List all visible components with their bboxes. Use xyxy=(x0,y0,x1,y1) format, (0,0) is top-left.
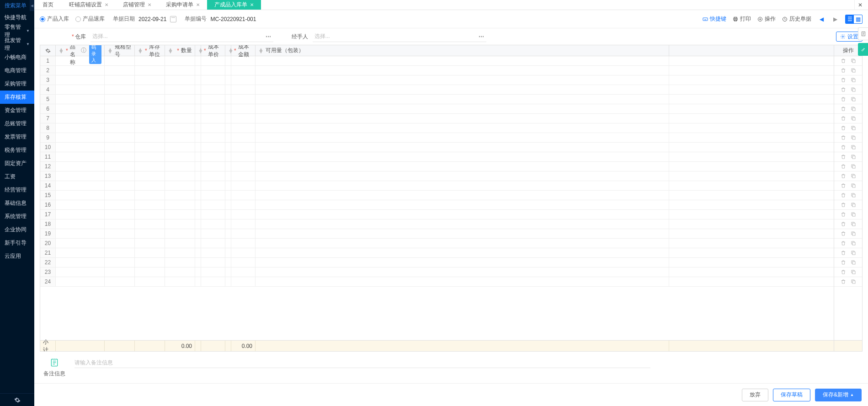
delete-icon[interactable] xyxy=(841,260,846,265)
sidebar-item[interactable]: 电商管理 xyxy=(0,64,34,77)
table-row[interactable]: 13 xyxy=(40,171,834,181)
table-row[interactable]: 21 xyxy=(40,248,834,258)
table-row[interactable]: 4 xyxy=(40,85,834,95)
copy-icon[interactable] xyxy=(851,279,856,284)
print-button[interactable]: 打印 xyxy=(733,15,751,23)
sidebar-item[interactable]: 新手引导 xyxy=(0,236,34,250)
doc-date-field[interactable]: 单据日期 2022-09-21 xyxy=(113,15,176,23)
delete-icon[interactable] xyxy=(841,106,846,112)
shortcut-button[interactable]: 快捷键 xyxy=(703,15,726,23)
copy-icon[interactable] xyxy=(851,221,856,227)
copy-icon[interactable] xyxy=(851,164,856,169)
delete-icon[interactable] xyxy=(841,125,846,131)
delete-icon[interactable] xyxy=(841,269,846,275)
delete-icon[interactable] xyxy=(841,68,846,73)
delete-icon[interactable] xyxy=(841,58,846,64)
sidebar-item[interactable]: 税务管理 xyxy=(0,144,34,157)
more-icon[interactable]: ⋯ xyxy=(266,33,272,40)
delete-icon[interactable] xyxy=(841,154,846,160)
copy-icon[interactable] xyxy=(851,250,856,256)
delete-icon[interactable] xyxy=(841,212,846,217)
delete-icon[interactable] xyxy=(841,202,846,208)
table-row[interactable]: 22 xyxy=(40,258,834,267)
table-row[interactable]: 1 xyxy=(40,56,834,66)
table-row[interactable]: 17 xyxy=(40,210,834,219)
radio-product-return[interactable]: 产品退库 xyxy=(75,15,105,23)
copy-icon[interactable] xyxy=(851,154,856,160)
history-button[interactable]: 历史单据 xyxy=(782,15,811,23)
table-row[interactable]: 11 xyxy=(40,152,834,162)
copy-icon[interactable] xyxy=(851,68,856,73)
sidebar-item[interactable]: 云应用 xyxy=(0,250,34,263)
col-spec[interactable]: ▲▼规格型号 xyxy=(105,45,135,56)
delete-icon[interactable] xyxy=(841,87,846,92)
sidebar-collapse-icon[interactable]: ◀ xyxy=(30,0,34,11)
delete-icon[interactable] xyxy=(841,183,846,188)
sidebar-search[interactable]: 搜索菜单 ◀ xyxy=(0,0,34,11)
close-icon[interactable]: ✕ xyxy=(148,2,151,7)
delete-icon[interactable] xyxy=(841,192,846,198)
sidebar-item[interactable]: 发票管理 xyxy=(0,130,34,144)
close-icon[interactable]: ✕ xyxy=(196,2,200,7)
table-row[interactable]: 8 xyxy=(40,123,834,133)
copy-icon[interactable] xyxy=(851,116,856,121)
sidebar-item[interactable]: 批发管理▼ xyxy=(0,37,34,51)
sidebar-item[interactable]: 系统管理 xyxy=(0,210,34,223)
delete-icon[interactable] xyxy=(841,231,846,236)
rail-doc-button[interactable] xyxy=(858,27,868,40)
table-row[interactable]: 19 xyxy=(40,229,834,239)
delete-icon[interactable] xyxy=(841,77,846,83)
table-row[interactable]: 2 xyxy=(40,66,834,75)
rail-tool-button[interactable] xyxy=(858,43,868,56)
table-row[interactable]: 12 xyxy=(40,162,834,171)
table-row[interactable]: 3 xyxy=(40,75,834,85)
close-icon[interactable]: ✕ xyxy=(250,2,254,7)
copy-icon[interactable] xyxy=(851,202,856,208)
sidebar-item[interactable]: 资金管理 xyxy=(0,104,34,117)
table-row[interactable]: 14 xyxy=(40,181,834,191)
sidebar-item[interactable]: 小畅电商 xyxy=(0,51,34,64)
tab[interactable]: 采购申请单✕ xyxy=(159,0,207,10)
copy-icon[interactable] xyxy=(851,106,856,112)
table-row[interactable]: 23 xyxy=(40,267,834,277)
copy-icon[interactable] xyxy=(851,192,856,198)
delete-icon[interactable] xyxy=(841,144,846,150)
copy-icon[interactable] xyxy=(851,212,856,217)
delete-icon[interactable] xyxy=(841,279,846,284)
col-qty[interactable]: ▲▼*数量 xyxy=(165,45,195,56)
table-row[interactable]: 6 xyxy=(40,104,834,114)
copy-icon[interactable] xyxy=(851,144,856,150)
discard-button[interactable]: 放弃 xyxy=(742,389,768,401)
delete-icon[interactable] xyxy=(841,240,846,246)
remark-input[interactable] xyxy=(75,357,650,368)
calendar-icon[interactable] xyxy=(170,16,176,22)
delete-icon[interactable] xyxy=(841,96,846,102)
tab[interactable]: 产成品入库单✕ xyxy=(207,0,261,10)
copy-icon[interactable] xyxy=(851,231,856,236)
handler-select[interactable]: 选择...⋯ xyxy=(313,31,486,42)
sidebar-item[interactable]: 经营管理 xyxy=(0,183,34,197)
copy-icon[interactable] xyxy=(851,125,856,131)
delete-icon[interactable] xyxy=(841,116,846,121)
copy-icon[interactable] xyxy=(851,87,856,92)
prev-doc-button[interactable]: ◀ xyxy=(818,16,825,23)
delete-icon[interactable] xyxy=(841,250,846,256)
col-unitprice[interactable]: *成本单价 xyxy=(201,45,225,56)
copy-icon[interactable] xyxy=(851,77,856,83)
table-row[interactable]: 24 xyxy=(40,277,834,287)
table-row[interactable]: 18 xyxy=(40,219,834,229)
save-and-new-button[interactable]: 保存&新增▲ xyxy=(815,389,862,401)
save-draft-button[interactable]: 保存草稿 xyxy=(773,389,810,401)
delete-icon[interactable] xyxy=(841,164,846,169)
col-avail[interactable]: ▲▼可用量（包装） xyxy=(256,45,669,56)
col-unit[interactable]: ▲▼*库存单位 xyxy=(135,45,165,56)
close-icon[interactable]: ✕ xyxy=(105,2,108,7)
sidebar-item[interactable]: 基础信息 xyxy=(0,197,34,210)
delete-icon[interactable] xyxy=(841,173,846,179)
delete-icon[interactable] xyxy=(841,221,846,227)
tab[interactable]: 首页 xyxy=(34,0,62,10)
copy-icon[interactable] xyxy=(851,173,856,179)
table-row[interactable]: 7 xyxy=(40,114,834,123)
view-list-button[interactable]: ☰ xyxy=(846,15,854,23)
sidebar-item[interactable]: 企业协同 xyxy=(0,223,34,236)
